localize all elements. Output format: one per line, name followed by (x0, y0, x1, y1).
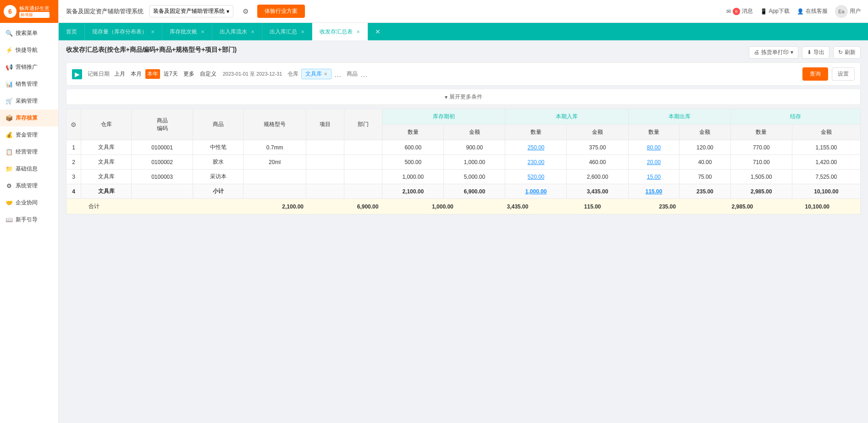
row-balance-qty: 1,505.00 (730, 170, 792, 184)
sidebar-item-inventory[interactable]: 📦库存核算 (0, 110, 58, 126)
tab-batch-ledger[interactable]: 库存批次账✕ (162, 23, 212, 40)
row-opening-qty: 1,000.00 (382, 170, 444, 184)
footer-opening-amount: 6,900.00 (330, 203, 405, 210)
date-btn-自定义[interactable]: 自定义 (198, 69, 218, 79)
export-label: 导出 (813, 49, 824, 56)
refresh-button[interactable]: ↻ 刷新 (833, 46, 861, 59)
sidebar-item-purchase[interactable]: 🛒采购管理 (0, 93, 58, 110)
warehouse-filter-section: 仓库 文具库 ✕ ... (287, 69, 341, 79)
row-opening-amount: 1,000.00 (444, 155, 505, 170)
tab-recv-send[interactable]: 收发存汇总表✕ (312, 23, 368, 40)
date-btn-本月[interactable]: 本月 (129, 69, 144, 79)
tab-close-icon[interactable]: ✕ (151, 29, 155, 34)
data-table: ⚙ 仓库 商品编码 商品 规格型号 项目 部门 库存期初 本期入库 本期出库 结… (66, 109, 861, 199)
sidebar-item-search[interactable]: 🔍搜索菜单 (0, 25, 58, 42)
logo-icon: 6 (4, 5, 17, 18)
row-opening-amount: 900.00 (444, 140, 505, 155)
tab-label: 首页 (66, 28, 77, 36)
guide-icon: 📖 (6, 216, 13, 223)
message-label: 消息 (742, 7, 753, 15)
query-button[interactable]: 查询 (802, 67, 828, 81)
row-balance-qty: 2,985.00 (730, 184, 792, 199)
date-options: 上月本月本年近7天更多自定义 (112, 69, 218, 79)
row-project (306, 170, 344, 184)
row-no: 1 (66, 140, 81, 155)
row-in-qty: 250.00 (505, 140, 567, 155)
row-product-spec: 0.7mm (243, 140, 306, 155)
expand-label: 展开更多条件 (449, 93, 482, 101)
refresh-icon: ↻ (838, 49, 843, 55)
product-name-col-header: 商品 (193, 109, 243, 140)
sidebar-item-quick-nav[interactable]: ⚡快捷导航 (0, 42, 58, 59)
opening-qty-header: 数量 (382, 125, 444, 140)
row-opening-amount: 5,000.00 (444, 170, 505, 184)
row-opening-qty: 600.00 (382, 140, 444, 155)
online-service-button[interactable]: 👤 在线客服 (797, 7, 828, 15)
settings-icon[interactable]: ⚙ (239, 5, 252, 18)
row-in-qty: 230.00 (505, 155, 567, 170)
system-icon: ⚙ (6, 182, 13, 189)
sidebar-item-enterprise[interactable]: 🤝企业协同 (0, 194, 58, 211)
sidebar-item-label: 系统管理 (16, 182, 38, 190)
expand-condition-button[interactable]: ▾ 展开更多条件 (443, 91, 484, 103)
print-template-button[interactable]: 🖨 拣货单打印 ▾ (749, 46, 798, 59)
sidebar-item-finance[interactable]: 💰资金管理 (0, 126, 58, 143)
sidebar-item-marketing[interactable]: 📢营销推广 (0, 59, 58, 76)
row-product-spec: 20ml (243, 155, 306, 170)
tab-home[interactable]: 首页 (59, 23, 85, 40)
sidebar-item-label: 销售管理 (16, 80, 38, 88)
row-balance-amount: 1,420.00 (792, 155, 860, 170)
finance-icon: 💰 (6, 132, 13, 138)
tab-close-icon[interactable]: ✕ (201, 29, 205, 34)
table-row: 4 文具库 小计 2,100.00 6,900.00 1,000.00 3,43… (66, 184, 861, 199)
warehouse-more-button[interactable]: ... (334, 70, 341, 78)
row-no: 4 (66, 184, 81, 199)
main-content: 装备及固定资产辅助管理系统 装备及固定资产辅助管理系统 ▾ ⚙ 体验行业方案 ✉… (59, 0, 868, 423)
filter-expand-button[interactable]: ▶ (72, 69, 82, 79)
footer-balance-qty: 2,985.00 (705, 203, 780, 210)
trial-button[interactable]: 体验行业方案 (257, 5, 305, 18)
sidebar-item-operation[interactable]: 📋经营管理 (0, 143, 58, 160)
sidebar-item-label: 库存核算 (16, 114, 38, 122)
tab-close-icon[interactable]: ✕ (356, 29, 360, 34)
project-col-header: 项目 (306, 109, 344, 140)
filter-bar: ▶ 记账日期 上月本月本年近7天更多自定义 2023-01-01 至 2023-… (66, 62, 861, 86)
tabbar-close-button[interactable]: ✕ (371, 28, 384, 35)
message-badge: 6 (733, 8, 740, 15)
sidebar-nav: 🔍搜索菜单⚡快捷导航📢营销推广📊销售管理🛒采购管理📦库存核算💰资金管理📋经营管理… (0, 23, 58, 423)
sidebar-logo: 6 畅库通好生意 标准版 (0, 0, 58, 23)
date-label: 记账日期 (88, 70, 110, 78)
tab-close-icon[interactable]: ✕ (301, 29, 304, 34)
setting-button[interactable]: 设置 (832, 67, 855, 81)
date-btn-本年[interactable]: 本年 (145, 69, 160, 79)
product-more-button[interactable]: ... (360, 70, 367, 78)
sidebar-item-sales[interactable]: 📊销售管理 (0, 76, 58, 93)
table-settings-icon[interactable]: ⚙ (71, 121, 77, 128)
warehouse-tag-close-icon[interactable]: ✕ (324, 71, 327, 77)
export-button[interactable]: ⬇ 导出 (802, 46, 829, 59)
warehouse-tag[interactable]: 文具库 ✕ (301, 69, 332, 79)
row-department (344, 155, 382, 170)
avatar: Ea (835, 5, 848, 18)
sidebar-item-basic-info[interactable]: 📁基础信息 (0, 160, 58, 177)
date-btn-近7天[interactable]: 近7天 (162, 69, 180, 79)
system-dropdown[interactable]: 装备及固定资产辅助管理系统 ▾ (149, 5, 233, 17)
user-menu[interactable]: Ea 用户 (835, 5, 861, 18)
sidebar: 6 畅库通好生意 标准版 🔍搜索菜单⚡快捷导航📢营销推广📊销售管理🛒采购管理📦库… (0, 0, 59, 423)
tab-inventory-dist[interactable]: 现存量（库存分布表）✕ (85, 23, 162, 40)
tab-summary[interactable]: 出入库汇总✕ (262, 23, 312, 40)
tab-close-icon[interactable]: ✕ (251, 29, 254, 34)
tab-label: 库存批次账 (170, 28, 197, 36)
tab-flow[interactable]: 出入库流水✕ (212, 23, 262, 40)
message-button[interactable]: ✉ 6 消息 (726, 7, 753, 15)
row-balance-amount: 7,525.00 (792, 170, 860, 184)
basic-info-icon: 📁 (6, 165, 13, 172)
sidebar-item-guide[interactable]: 📖新手引导 (0, 211, 58, 228)
app-download-button[interactable]: 📱 App下载 (760, 7, 790, 15)
row-product-spec (243, 184, 306, 199)
sidebar-item-system[interactable]: ⚙系统管理 (0, 177, 58, 194)
footer-in-qty: 1,000.00 (405, 203, 480, 210)
date-btn-更多[interactable]: 更多 (182, 69, 196, 79)
date-btn-上月[interactable]: 上月 (112, 69, 127, 79)
row-opening-amount: 6,900.00 (444, 184, 505, 199)
